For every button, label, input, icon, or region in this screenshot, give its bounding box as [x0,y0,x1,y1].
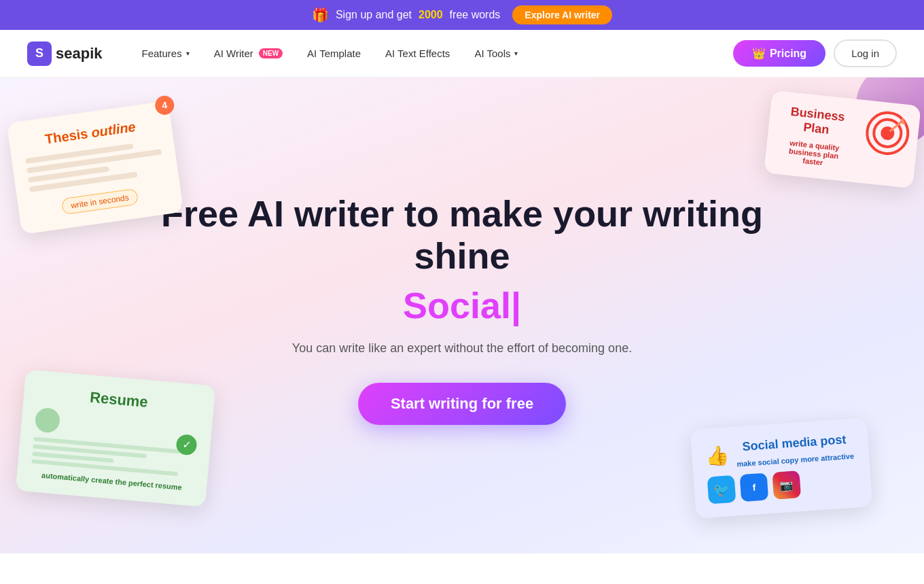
social-icons-row: 🐦 f 📷 [707,466,858,504]
navbar: S seapik Features ▾ AI Writer NEW AI Tem… [0,30,924,78]
explore-ai-writer-button[interactable]: Explore AI writer [512,5,612,24]
instagram-icon: 📷 [772,470,801,500]
resume-line-2 [33,444,147,458]
facebook-icon: f [740,473,769,502]
thesis-line-2 [26,149,162,173]
thesis-card-title: Thesis outline [22,116,158,151]
social-card-title: Social media post [735,432,853,455]
logo-text: seapik [56,45,103,63]
logo-icon: S [27,41,52,66]
chevron-down-icon: ▾ [186,50,190,57]
social-write-desc: make social copy more attractive [736,452,854,468]
banner-text-prefix: Sign up and get [336,9,412,21]
nav-item-ai-template[interactable]: AI Template [295,42,373,65]
social-card: 👍 Social media post make social copy mor… [690,417,873,519]
resume-card: Resume ✓ automatically create the perfec… [16,369,216,507]
resume-line-1 [33,437,180,454]
hero-animated-word: Social| [403,284,521,328]
nav-item-ai-text-effects[interactable]: AI Text Effects [373,42,462,65]
thesis-badge: 4 [154,95,175,116]
nav-links: Features ▾ AI Writer NEW AI Template AI … [130,42,733,65]
nav-item-ai-writer[interactable]: AI Writer NEW [202,42,295,65]
hero-description: You can write like an expert without the… [292,341,632,356]
hero-section: 4 Thesis outline write in seconds Busine… [0,78,924,553]
thesis-line-3 [28,166,109,183]
check-circle-icon: ✓ [175,433,198,456]
like-icon: 👍 [705,443,730,467]
thesis-write-tag: write in seconds [61,188,139,215]
decorative-blob [856,78,924,145]
new-badge: NEW [259,48,283,58]
thesis-line-4 [29,172,138,192]
chevron-down-icon-2: ▾ [514,50,518,57]
bottom-section: Cover 600+ free AI writing tools [0,553,924,584]
gift-icon: 🎁 [312,7,329,23]
resume-line-3 [32,451,113,462]
pricing-button[interactable]: 👑 Pricing [733,40,825,67]
login-button[interactable]: Log in [834,39,897,67]
avatar [34,407,60,434]
top-banner: 🎁 Sign up and get 2000 free words Explor… [0,0,924,30]
start-writing-button[interactable]: Start writing for free [358,383,566,425]
banner-highlight: 2000 [419,9,443,21]
resume-card-title: Resume [37,384,200,416]
business-card-title: Business Plan [781,104,854,140]
logo[interactable]: S seapik [27,41,103,66]
twitter-icon: 🐦 [707,475,736,504]
resume-write-desc: automatically create the perfect resume [30,470,193,492]
resume-line-4 [31,459,178,476]
nav-item-features[interactable]: Features ▾ [130,42,202,65]
thesis-line-1 [25,143,134,164]
nav-actions: 👑 Pricing Log in [733,39,897,67]
hero-title: Free AI writer to make your writing shin… [156,192,768,277]
banner-text-suffix: free words [450,9,501,21]
nav-item-ai-tools[interactable]: AI Tools ▾ [462,42,530,65]
crown-icon: 👑 [752,47,766,60]
business-write-desc: write a quality business plan faster [777,137,850,169]
